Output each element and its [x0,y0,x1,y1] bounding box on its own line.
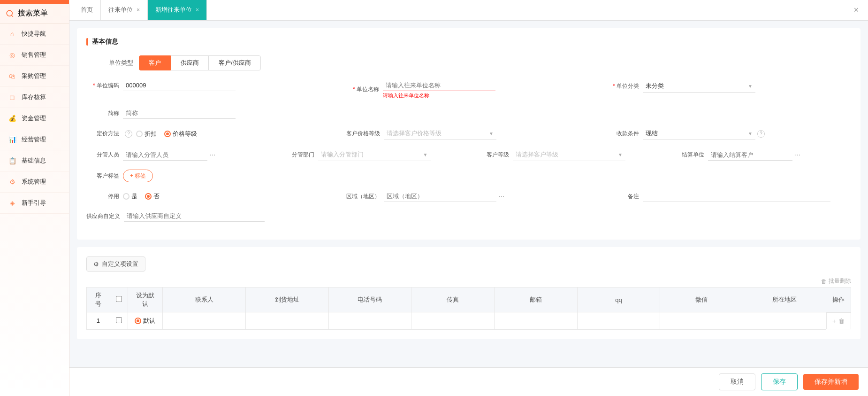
window-close-button[interactable]: × [848,5,864,15]
unit-category-arrow: ▼ [748,84,753,89]
cell-phone-input[interactable] [335,317,406,324]
field-disabled: 停用 是 否 [86,192,331,201]
radio-price-level[interactable]: 价格等级 [164,130,197,138]
save-new-button[interactable]: 保存并新增 [803,374,859,390]
unit-name-input[interactable] [383,80,495,91]
row-checkbox[interactable] [116,317,122,323]
radio-yes[interactable]: 是 [123,192,137,201]
cell-wechat[interactable] [660,312,743,330]
main-area: 首页 往来单位 × 新增往来单位 × × 基本信息 单位类型 客户 供应商 客户… [69,0,868,396]
unit-btn-supplier[interactable]: 供应商 [171,55,209,70]
cell-qq[interactable] [577,312,660,330]
add-tag-button[interactable]: + 标签 [123,170,153,182]
col-contact: 联系人 [163,287,246,312]
unit-btn-customer[interactable]: 客户 [139,55,171,70]
cell-contact-input[interactable] [168,317,240,324]
radio-discount[interactable]: 折扣 [136,130,157,138]
purchase-icon: 🛍 [8,71,17,81]
unit-name-wrapper: 请输入往来单位名称 [383,80,495,99]
cell-fax[interactable] [411,312,495,330]
payment-terms-select[interactable]: 现结 ▼ [643,127,755,140]
batch-delete-button[interactable]: 🗑 批量删除 [821,277,851,285]
sidebar: 搜索菜单 ⌂ 快捷导航 ◎ 销售管理 🛍 采购管理 ◻ 库存核算 💰 资金管理 … [0,0,69,396]
sidebar-item-inventory[interactable]: ◻ 库存核算 [0,87,69,108]
cell-region-input[interactable] [749,317,820,324]
cell-address-input[interactable] [251,317,323,324]
finance-icon: 💰 [8,114,17,123]
region-more-icon[interactable]: ··· [496,192,506,201]
field-manager: 分管人员 ··· [86,149,266,161]
department-select[interactable]: 请输入分管部门 ▼ [318,148,431,161]
sidebar-item-guide[interactable]: ◈ 新手引导 [0,193,69,214]
field-customer-level: 客户等级 请选择客户等级 ▼ [476,148,656,161]
radio-no[interactable]: 否 [145,192,160,201]
batch-delete-label: 批量删除 [829,277,851,285]
sidebar-item-label: 系统管理 [22,178,46,186]
manager-input[interactable] [123,149,207,161]
cell-wechat-input[interactable] [666,317,737,324]
settlement-unit-more-icon[interactable]: ··· [792,151,802,159]
tab-counterparty-label: 往来单位 [108,6,133,14]
sidebar-search[interactable]: 搜索菜单 [0,4,69,23]
sidebar-item-label: 资金管理 [22,114,46,123]
cell-email-input[interactable] [500,317,571,324]
pricing-help-icon[interactable]: ? [125,130,132,138]
payment-help-icon[interactable]: ? [757,130,765,138]
cancel-button[interactable]: 取消 [719,373,755,390]
settlement-unit-input[interactable] [708,149,792,161]
cell-address[interactable] [245,312,328,330]
sidebar-item-label: 新手引导 [22,199,46,207]
field-unit-category: 单位分类 未分类 ▼ [606,80,851,93]
cell-email[interactable] [494,312,577,330]
sidebar-item-purchase[interactable]: 🛍 采购管理 [0,66,69,87]
row-delete-icon[interactable]: 🗑 [838,318,845,325]
row-manager: 分管人员 ··· 分管部门 请输入分管部门 ▼ 客户等级 请选择客户等级 [86,148,851,161]
custom-settings-button[interactable]: ⚙ 自定义项设置 [86,256,145,272]
row-unit-info: 单位编码 单位名称 请输入往来单位名称 单位分类 未分类 ▼ [86,80,851,99]
disabled-radio-group: 是 否 [123,192,160,201]
unit-btn-both[interactable]: 客户/供应商 [209,55,261,70]
row-short-name: 简称 [86,108,851,119]
tab-new-counterparty-close[interactable]: × [196,7,199,13]
tab-counterparty[interactable]: 往来单位 × [101,0,148,20]
manager-label: 分管人员 [86,151,119,159]
sidebar-item-sales[interactable]: ◎ 销售管理 [0,45,69,66]
short-name-input[interactable] [123,108,236,119]
cell-region[interactable] [743,312,826,330]
row-add-icon[interactable]: + [832,318,836,325]
customer-price-level-select[interactable]: 请选择客户价格等级 ▼ [384,127,496,140]
unit-category-select[interactable]: 未分类 ▼ [643,80,755,93]
sidebar-item-system[interactable]: ⚙ 系统管理 [0,171,69,193]
tab-counterparty-close[interactable]: × [137,7,140,13]
col-wechat: 微信 [660,287,743,312]
region-input[interactable] [384,191,496,202]
cell-contact[interactable] [163,312,246,330]
radio-price-level-circle [164,131,171,137]
remark-input[interactable] [643,191,830,202]
contact-table-card: ⚙ 自定义项设置 🗑 批量删除 序号 设为默认 联系 [77,247,860,339]
select-all-checkbox[interactable] [116,296,122,302]
sidebar-item-basic-info[interactable]: 📋 基础信息 [0,150,69,171]
tab-new-counterparty[interactable]: 新增往来单位 × [148,0,207,20]
manager-more-icon[interactable]: ··· [207,151,217,159]
field-unit-name: 单位名称 请输入往来单位名称 [346,80,591,99]
cell-phone[interactable] [328,312,411,330]
row-default-label: 默认 [143,317,155,325]
settlement-unit-label: 结算单位 [671,151,704,159]
cell-qq-input[interactable] [583,317,655,324]
table-header: 序号 设为默认 联系人 到货地址 电话号码 传真 邮箱 qq 微信 所在地区 [87,287,851,312]
sidebar-item-label: 销售管理 [22,51,46,59]
custom-settings-label: 自定义项设置 [102,260,138,268]
tab-home[interactable]: 首页 [73,0,101,20]
sidebar-item-operations[interactable]: 📊 经营管理 [0,129,69,150]
cell-fax-input[interactable] [417,317,488,324]
sidebar-item-finance[interactable]: 💰 资金管理 [0,108,69,129]
customer-level-select[interactable]: 请选择客户等级 ▼ [513,148,625,161]
unit-code-input[interactable] [123,80,236,91]
row-default-radio-circle [135,318,141,324]
supplier-custom-input[interactable] [124,210,265,222]
basic-info-icon: 📋 [8,156,17,165]
sidebar-item-quick-nav[interactable]: ⌂ 快捷导航 [0,23,69,45]
save-button[interactable]: 保存 [761,373,798,390]
row-default-radio[interactable]: 默认 [134,317,157,325]
